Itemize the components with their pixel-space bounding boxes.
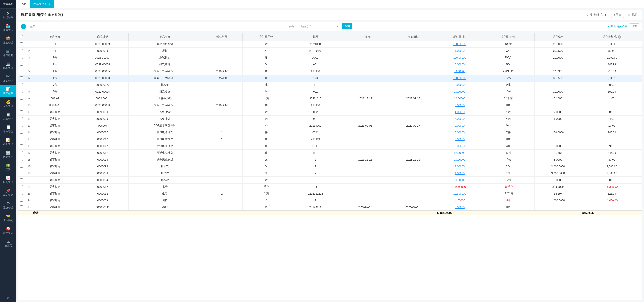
sidebar-item-mini-shop[interactable]: 🛒 小船电商 bbox=[0, 47, 16, 59]
print-btn[interactable]: 🖨 按模板打印 ▼ bbox=[584, 12, 610, 18]
sidebar-item-quick-nav[interactable]: ⚡ 快捷导航 bbox=[0, 9, 16, 21]
sidebar-item-purchase[interactable]: 🛒 采购管理 bbox=[0, 72, 16, 85]
row-checkbox[interactable] bbox=[20, 131, 23, 134]
table-footer-row: 合计 6,302.60000 32,589.05 bbox=[18, 211, 642, 215]
row-qty-main[interactable]: 87.00000 bbox=[437, 149, 482, 156]
row-qty-main[interactable]: 122.00000 bbox=[437, 190, 482, 197]
row-production-date bbox=[341, 41, 389, 48]
row-qty-main[interactable]: 4.00000 bbox=[437, 109, 482, 115]
row-qty-main[interactable]: 3.00000 bbox=[437, 143, 482, 149]
row-qty-main[interactable]: 10.00000 bbox=[437, 177, 482, 184]
row-qty-main[interactable]: 0.00000 bbox=[437, 61, 482, 68]
row-qty-main[interactable]: 0.00000 bbox=[437, 102, 482, 109]
row-qty-main[interactable]: 49.60000 bbox=[437, 68, 482, 75]
row-checkbox[interactable] bbox=[20, 192, 23, 195]
row-checkbox[interactable] bbox=[20, 165, 23, 168]
row-batch: 20210901 bbox=[290, 122, 341, 129]
sidebar-item-enterprise[interactable]: 🤝 企业协同 bbox=[0, 212, 16, 224]
row-checkbox[interactable] bbox=[20, 124, 23, 127]
row-qty-main[interactable]: 1.00000 bbox=[437, 170, 482, 177]
row-qty-main[interactable]: 0.00000 bbox=[437, 136, 482, 143]
row-qty-main[interactable]: 1.00000 bbox=[437, 163, 482, 170]
enterprise-icon: 🤝 bbox=[1, 214, 16, 218]
row-qty-main[interactable]: 0.00000 bbox=[437, 204, 482, 211]
row-warehouse: 晶客铭仓 bbox=[33, 136, 77, 143]
sidebar-item-salary[interactable]: 💵 工资 bbox=[0, 161, 16, 174]
sidebar-item-ecommerce[interactable]: 💻 电商管理 bbox=[0, 59, 16, 72]
row-checkbox[interactable] bbox=[20, 97, 23, 100]
row-unit: 米 bbox=[243, 163, 290, 170]
row-qty-main[interactable]: 10.00000 bbox=[437, 95, 482, 102]
row-spec bbox=[201, 109, 243, 115]
sidebar-item-retail[interactable]: 🏪 零售管理 bbox=[0, 21, 16, 34]
sidebar-item-general[interactable]: 📋 总账管理 bbox=[0, 110, 16, 123]
row-checkbox[interactable] bbox=[20, 144, 23, 147]
select-all-checkbox[interactable] bbox=[20, 35, 23, 38]
row-checkbox[interactable] bbox=[20, 178, 23, 181]
row-qty-main[interactable]: 0.00000 bbox=[437, 82, 482, 88]
sidebar-item-basic-info[interactable]: 📌 基础信息 bbox=[0, 186, 16, 199]
row-checkbox[interactable] bbox=[20, 151, 23, 154]
row-checkbox[interactable] bbox=[20, 83, 23, 86]
row-checkbox[interactable] bbox=[20, 137, 23, 140]
row-checkbox[interactable] bbox=[20, 70, 23, 73]
tab-close-btn[interactable]: ✕ bbox=[49, 3, 51, 6]
col-expiry-date: 失效日期 bbox=[389, 33, 437, 41]
row-checkbox[interactable] bbox=[20, 199, 23, 202]
row-checkbox-cell bbox=[18, 115, 25, 122]
row-checkbox[interactable] bbox=[20, 206, 23, 208]
row-checkbox[interactable] bbox=[20, 158, 23, 161]
warehouse-input[interactable] bbox=[28, 24, 283, 29]
expand-conditions-btn[interactable]: ▼ 展开更多条件 bbox=[608, 25, 627, 28]
amount-info-icon[interactable]: i bbox=[618, 35, 621, 39]
row-qty-main[interactable]: -1.00000 bbox=[437, 197, 482, 204]
toggle-btn[interactable]: ☰ 显示 bbox=[626, 12, 640, 18]
row-checkbox[interactable] bbox=[20, 103, 23, 106]
sidebar-item-new-guide[interactable]: 🎯 新手引导 bbox=[0, 224, 16, 237]
row-qty-main[interactable]: 100.00000 bbox=[437, 75, 482, 82]
row-checkbox[interactable] bbox=[20, 117, 23, 120]
row-batch: 2021098 bbox=[290, 41, 341, 48]
row-checkbox[interactable] bbox=[20, 63, 23, 66]
row-qty-main[interactable]: 0.00000 bbox=[437, 122, 482, 129]
row-qty-main[interactable]: 10.00000 bbox=[437, 88, 482, 95]
row-qty-main[interactable]: 2.00000 bbox=[437, 129, 482, 136]
row-qty-main[interactable]: 1.00000 bbox=[437, 48, 482, 54]
search-btn[interactable]: > bbox=[21, 24, 26, 29]
query-btn[interactable]: 查询 bbox=[342, 23, 352, 30]
row-qty-main[interactable]: 10.00000 bbox=[437, 156, 482, 163]
sidebar-item-invoice[interactable]: 🧾 发票管理 bbox=[0, 123, 16, 135]
sidebar-item-wholesale[interactable]: 📦 批发管理 bbox=[0, 34, 16, 47]
filter-settings-btn[interactable]: 设置 bbox=[629, 23, 640, 30]
row-qty-main[interactable]: 4.00000 bbox=[437, 115, 482, 122]
row-checkbox[interactable] bbox=[20, 56, 23, 59]
row-checkbox[interactable] bbox=[20, 172, 23, 175]
tab-home[interactable]: 首页 bbox=[18, 0, 30, 8]
row-spec: 1 bbox=[201, 197, 243, 204]
sidebar-item-tax[interactable]: 📝 税务管理 bbox=[0, 135, 16, 148]
sidebar-item-cloud-app[interactable]: ☁ 云应用 bbox=[0, 237, 16, 250]
row-cost: 35.0515 bbox=[534, 75, 582, 82]
row-qty-main[interactable]: -16.00000 bbox=[437, 184, 482, 190]
sidebar-item-asset[interactable]: 💰 资金管理 bbox=[0, 97, 16, 110]
sidebar-item-system[interactable]: ⚙ 系统管理 bbox=[0, 199, 16, 212]
category-select[interactable] bbox=[313, 24, 340, 29]
sidebar-settings-btn[interactable]: ⚙ bbox=[0, 294, 16, 302]
row-checkbox[interactable] bbox=[20, 76, 23, 79]
sidebar-search[interactable]: 搜索菜单 bbox=[0, 0, 16, 9]
row-checkbox[interactable] bbox=[20, 90, 23, 93]
sidebar-item-fixed-asset[interactable]: 🏢 固定资产 bbox=[0, 148, 16, 161]
sidebar-item-inventory[interactable]: 📊 库存核算 bbox=[0, 85, 16, 97]
row-qty-main[interactable]: 100.00000 bbox=[437, 54, 482, 61]
tab-inventory-batch[interactable]: 库存批次量 ✕ bbox=[30, 0, 54, 8]
row-checkbox[interactable] bbox=[20, 42, 23, 45]
row-batch: 001 bbox=[290, 115, 341, 122]
row-qty-main[interactable]: 100.00000 bbox=[437, 41, 482, 48]
row-goods-code: 0023-00009 bbox=[77, 41, 128, 48]
row-checkbox[interactable] bbox=[20, 110, 23, 113]
export-btn[interactable]: ↑ 导出 bbox=[611, 12, 624, 18]
row-checkbox[interactable] bbox=[20, 49, 23, 52]
sidebar-item-biz-mgmt[interactable]: 📈 经营管理 bbox=[0, 174, 16, 186]
row-checkbox[interactable] bbox=[20, 185, 23, 188]
row-checkbox-cell bbox=[18, 41, 25, 48]
